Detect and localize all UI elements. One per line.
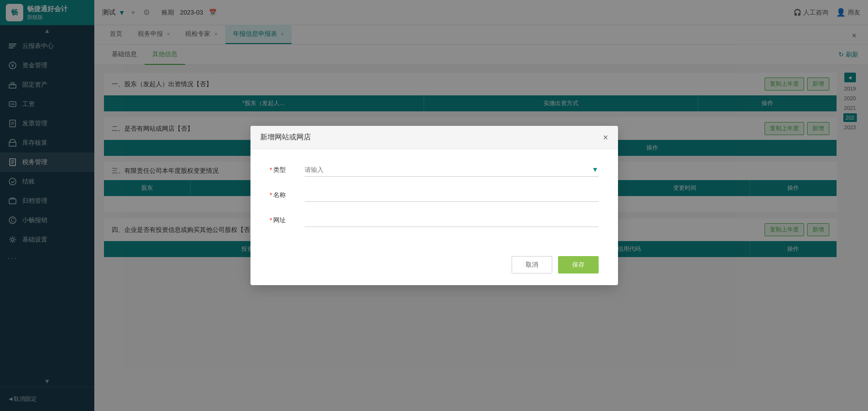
name-label: * 名称: [270, 191, 299, 199]
modal-header: 新增网站或网店 ×: [250, 126, 618, 149]
modal-overlay: 新增网站或网店 × * 类型 ▼ * 名称: [0, 0, 868, 411]
save-button[interactable]: 保存: [558, 256, 599, 274]
modal-close-button[interactable]: ×: [603, 133, 608, 142]
url-input[interactable]: [305, 213, 599, 227]
modal-body: * 类型 ▼ * 名称 * 网址: [250, 149, 618, 248]
url-required-star: *: [270, 216, 272, 224]
type-required-star: *: [270, 166, 272, 174]
name-form-row: * 名称: [270, 188, 599, 202]
name-input[interactable]: [305, 188, 599, 202]
modal-footer: 取消 保存: [250, 248, 618, 285]
type-form-row: * 类型 ▼: [270, 163, 599, 177]
type-label: * 类型: [270, 166, 299, 174]
type-select-input[interactable]: [305, 166, 592, 173]
cancel-button[interactable]: 取消: [512, 256, 552, 274]
name-required-star: *: [270, 191, 272, 199]
url-form-row: * 网址: [270, 213, 599, 227]
type-dropdown-arrow: ▼: [592, 166, 599, 173]
type-select-wrapper[interactable]: ▼: [305, 163, 599, 177]
modal-title: 新增网站或网店: [260, 133, 311, 142]
add-website-modal: 新增网站或网店 × * 类型 ▼ * 名称: [250, 126, 618, 285]
url-label: * 网址: [270, 216, 299, 225]
